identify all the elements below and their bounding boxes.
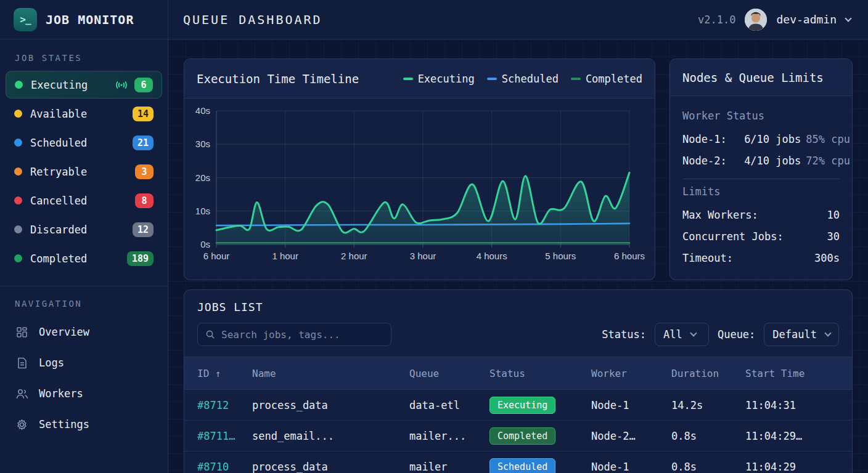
- nav-item-label: Overview: [39, 326, 89, 338]
- sidebar-item-logs[interactable]: Logs: [0, 347, 168, 378]
- state-dot: [14, 196, 22, 204]
- search-icon: [205, 329, 215, 339]
- live-broadcast-icon: [115, 80, 128, 90]
- sidebar-item-workers[interactable]: Workers: [0, 378, 168, 409]
- y-tick-label: 30s: [195, 139, 210, 149]
- legend-dash: [403, 78, 413, 80]
- state-dot: [14, 254, 22, 262]
- table-row[interactable]: #8710process_datamailerScheduledNode-10.…: [184, 451, 852, 473]
- chart-card-header: Execution Time Timeline ExecutingSchedul…: [184, 59, 655, 99]
- legend-item-scheduled: Scheduled: [487, 73, 559, 85]
- state-right: 3: [135, 164, 154, 179]
- x-tick-label: 6 hour: [203, 251, 230, 261]
- version-label: v2.1.0: [698, 14, 735, 26]
- app-brand: >_ JOB MONITOR: [0, 0, 168, 39]
- queue-filter-label: Queue:: [718, 328, 755, 341]
- search-input[interactable]: [221, 329, 383, 341]
- table-row[interactable]: #8712process_datadata-etlExecutingNode-1…: [184, 390, 852, 421]
- state-right: 189: [127, 251, 154, 266]
- username-label: dev-admin: [776, 13, 837, 26]
- column-header-start: Start Time: [745, 368, 852, 379]
- job-start-time: 11:04:29…: [745, 430, 852, 442]
- job-name: process_data: [252, 461, 409, 473]
- limit-row: Concurrent Jobs:30: [682, 225, 840, 247]
- nodes-card-divider: [682, 179, 840, 179]
- column-header-status: Status: [489, 368, 591, 379]
- column-header-id[interactable]: ID ↑: [184, 368, 252, 379]
- job-queue: mailer...: [409, 430, 489, 442]
- navigation-section-title: NAVIGATION: [0, 299, 168, 309]
- worker-status-row: Node-2: 4/10 jobs72% cpu: [682, 150, 840, 171]
- grid-icon: [15, 326, 28, 339]
- table-row[interactable]: #8711…send_email...mailer...CompletedNod…: [184, 421, 852, 451]
- chart-title: Execution Time Timeline: [197, 72, 359, 86]
- worker-name: Node-2:: [682, 155, 739, 167]
- chevron-down-icon: [824, 329, 831, 336]
- job-duration: 0.8s: [671, 430, 745, 442]
- limit-value: 300s: [814, 252, 840, 264]
- jobs-list-title: JOBS LIST: [197, 301, 839, 313]
- state-label: Retryable: [30, 166, 87, 178]
- app-title: JOB MONITOR: [46, 12, 134, 27]
- x-tick-label: 6 hours: [614, 251, 645, 261]
- jobs-table-header: ID ↑NameQueueStatusWorkerDurationStart T…: [184, 357, 852, 390]
- sidebar-item-settings[interactable]: Settings: [0, 409, 168, 440]
- nav-item-label: Workers: [39, 387, 83, 400]
- job-id-link[interactable]: #8711…: [184, 430, 252, 442]
- column-header-name: Name: [252, 368, 409, 379]
- state-label: Completed: [30, 253, 87, 265]
- status-filter-label: Status:: [602, 328, 646, 341]
- y-tick-label: 20s: [195, 172, 210, 183]
- chart-legend: ExecutingScheduledCompleted: [403, 73, 642, 85]
- avatar[interactable]: [745, 9, 767, 31]
- state-count-badge: 6: [134, 78, 153, 92]
- status-select[interactable]: All: [655, 323, 709, 346]
- worker-jobs: 6/10 jobs: [744, 133, 801, 145]
- job-name: process_data: [252, 399, 409, 411]
- state-dot: [14, 139, 22, 147]
- state-count-badge: 12: [133, 222, 154, 237]
- worker-jobs: 4/10 jobs: [744, 155, 801, 167]
- nav-item-label: Logs: [39, 357, 64, 369]
- execution-timeline-card: Execution Time Timeline ExecutingSchedul…: [184, 59, 655, 280]
- sidebar-state-executing[interactable]: Executing6: [6, 71, 162, 99]
- jobs-list-card: JOBS LIST Status:AllQueue:Default ID ↑Na…: [184, 289, 853, 473]
- column-header-queue: Queue: [409, 368, 489, 379]
- user-menu-chevron-icon[interactable]: [845, 15, 851, 22]
- status-badge: Completed: [489, 427, 555, 445]
- chevron-down-icon: [690, 329, 697, 336]
- legend-label: Completed: [586, 73, 642, 85]
- state-right: 21: [133, 135, 154, 150]
- job-states-section-title: JOB STATES: [0, 53, 168, 63]
- worker-status-title: Worker Status: [682, 110, 840, 122]
- nodes-card-title: Nodes & Queue Limits: [682, 71, 824, 84]
- sidebar-state-available[interactable]: Available14: [6, 100, 162, 127]
- sidebar-item-overview[interactable]: Overview: [0, 317, 168, 347]
- job-id-link[interactable]: #8712: [184, 399, 252, 411]
- job-states-list: Executing6Available14Scheduled21Retryabl…: [0, 71, 168, 272]
- sidebar-state-retryable[interactable]: Retryable3: [6, 158, 162, 185]
- worker-name: Node-1:: [682, 133, 739, 145]
- state-label: Scheduled: [30, 137, 87, 149]
- state-label: Available: [30, 108, 87, 120]
- sidebar-state-scheduled[interactable]: Scheduled21: [6, 129, 162, 156]
- state-right: 8: [135, 193, 154, 208]
- state-count-badge: 8: [135, 193, 154, 208]
- state-count-badge: 21: [133, 135, 154, 150]
- x-tick-label: 3 hour: [410, 251, 436, 261]
- sidebar-state-cancelled[interactable]: Cancelled8: [6, 187, 162, 214]
- nodes-card-header: Nodes & Queue Limits: [670, 59, 852, 96]
- navigation-list: OverviewLogsWorkersSettings: [0, 317, 168, 440]
- job-id-link[interactable]: #8710: [184, 461, 252, 473]
- sidebar-state-completed[interactable]: Completed189: [6, 245, 162, 272]
- sidebar-state-discarded[interactable]: Discarded12: [6, 216, 162, 243]
- limit-row: Timeout:300s: [682, 247, 840, 269]
- queue-select-value: Default: [772, 328, 817, 341]
- jobs-table-body: #8712process_datadata-etlExecutingNode-1…: [184, 390, 852, 473]
- nav-item-label: Settings: [39, 418, 89, 431]
- state-right: 6: [115, 78, 153, 92]
- job-status-cell: Completed: [489, 427, 591, 445]
- queue-select[interactable]: Default: [764, 323, 839, 346]
- job-worker: Node-1: [591, 461, 671, 473]
- filters: Status:AllQueue:Default: [602, 323, 839, 346]
